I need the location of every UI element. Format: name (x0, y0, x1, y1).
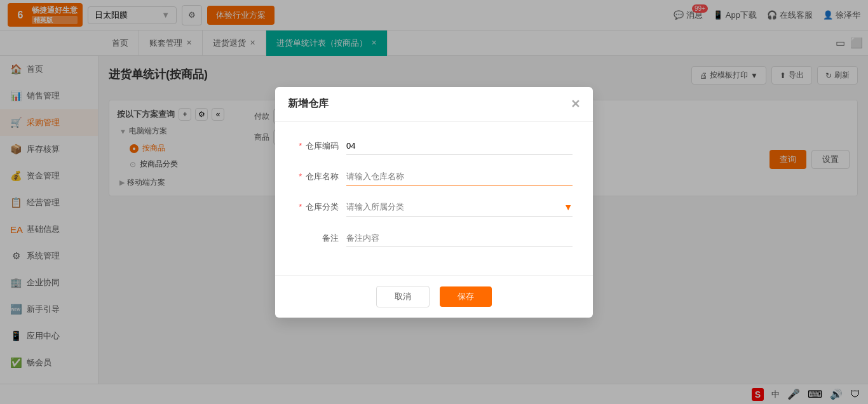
note-label: 备注 (295, 232, 346, 244)
modal-title: 新增仓库 (288, 97, 329, 111)
category-dropdown-icon[interactable]: ▼ (564, 202, 573, 212)
category-required-mark: * (299, 202, 302, 212)
warehouse-code-row: * 仓库编码 (295, 137, 573, 155)
save-button[interactable]: 保存 (440, 286, 492, 307)
code-label: * 仓库编码 (295, 140, 346, 152)
warehouse-note-row: 备注 (295, 229, 573, 247)
add-warehouse-modal: 新增仓库 ✕ * 仓库编码 * 仓库名称 (275, 87, 593, 318)
warehouse-name-row: * 仓库名称 (295, 168, 573, 185)
category-input[interactable] (346, 202, 564, 212)
name-required-mark: * (299, 172, 302, 181)
modal-close-button[interactable]: ✕ (571, 97, 580, 111)
warehouse-name-input[interactable] (346, 168, 573, 185)
category-select-wrapper: ▼ (346, 198, 573, 217)
name-label: * 仓库名称 (295, 171, 346, 182)
modal-overlay: 新增仓库 ✕ * 仓库编码 * 仓库名称 (0, 0, 868, 404)
warehouse-code-input[interactable] (346, 137, 573, 155)
code-required-mark: * (299, 141, 302, 151)
warehouse-note-input[interactable] (346, 229, 573, 247)
cancel-button[interactable]: 取消 (376, 286, 430, 307)
category-label: * 仓库分类 (295, 201, 346, 213)
modal-header: 新增仓库 ✕ (275, 87, 593, 122)
warehouse-category-row: * 仓库分类 ▼ (295, 198, 573, 217)
modal-body: * 仓库编码 * 仓库名称 * 仓库分类 (275, 122, 593, 275)
modal-footer: 取消 保存 (275, 275, 593, 318)
